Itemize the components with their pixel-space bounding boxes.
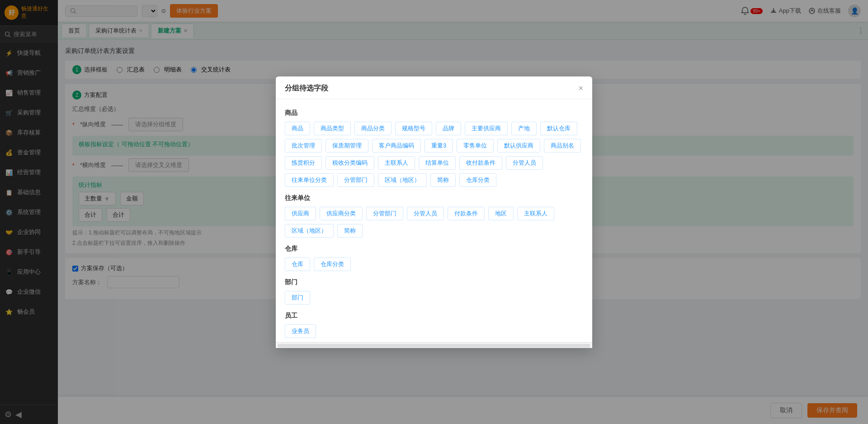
field-chip---3[interactable]: 重量3 [425, 139, 453, 152]
field-chip-------[interactable]: 往来单位分类 [285, 173, 334, 187]
field-grid-partner: 供应商供应商分类分管部门分管人员付款条件地区主联系人区域（地区）简称 [285, 207, 583, 238]
field-chip-----[interactable]: 结算单位 [419, 156, 456, 170]
field-chip-----[interactable]: 商品别名 [544, 139, 581, 152]
section-title-warehouse: 仓库 [285, 245, 583, 253]
field-chip-----[interactable]: 分管人员 [506, 156, 543, 170]
field-chip-----[interactable]: 默认仓库 [540, 122, 577, 135]
field-chip-----[interactable]: 主联系人 [378, 156, 415, 170]
field-chip-----[interactable]: 付款条件 [448, 207, 485, 220]
field-chip-----[interactable]: 商品类型 [314, 122, 351, 135]
field-chip---[interactable]: 品牌 [436, 122, 461, 135]
field-chip-----[interactable]: 批次管理 [285, 139, 322, 152]
section-title-employee: 员工 [285, 312, 583, 320]
field-chip-----[interactable]: 分管人员 [407, 207, 444, 220]
field-chip---[interactable]: 简称 [337, 224, 363, 238]
field-chip-------[interactable]: 客户商品编码 [372, 139, 421, 152]
section-title-partner: 往来单位 [285, 194, 583, 202]
field-chip----[interactable]: 业务员 [285, 324, 316, 338]
field-chip---[interactable]: 商品 [285, 122, 310, 135]
modal-close-button[interactable]: × [578, 84, 583, 93]
field-grid-goods: 商品商品类型商品分类规格型号品牌主要供应商产地默认仓库批次管理保质期管理客户商品… [285, 122, 583, 187]
section-title-goods: 商品 [285, 109, 583, 117]
modal-body: 商品 商品商品类型商品分类规格型号品牌主要供应商产地默认仓库批次管理保质期管理客… [276, 99, 592, 342]
field-grid-warehouse: 仓库仓库分类 [285, 257, 583, 271]
field-chip------[interactable]: 保质期管理 [326, 139, 368, 152]
field-chip-----[interactable]: 分管部门 [366, 207, 403, 220]
field-chip---[interactable]: 产地 [511, 122, 537, 135]
field-chip-----[interactable]: 仓库分类 [314, 257, 351, 271]
field-chip------[interactable]: 默认供应商 [497, 139, 540, 152]
field-chip-----[interactable]: 分管部门 [337, 173, 374, 187]
field-chip------[interactable]: 收付款条件 [459, 156, 502, 170]
section-title-department: 部门 [285, 278, 583, 286]
field-grid-department: 部门 [285, 291, 583, 305]
field-chip------[interactable]: 供应商分类 [320, 207, 363, 220]
field-chip-------[interactable]: 税收分类编码 [326, 156, 374, 170]
field-select-modal: 分组待选字段 × 商品 商品商品类型商品分类规格型号品牌主要供应商产地默认仓库批… [276, 76, 592, 348]
scrollbar-thumb-h [278, 344, 590, 348]
field-chip---[interactable]: 地区 [488, 207, 514, 220]
field-chip-----[interactable]: 拣货积分 [285, 156, 322, 170]
field-chip-----[interactable]: 零售单位 [457, 139, 494, 152]
field-chip----[interactable]: 供应商 [285, 207, 316, 220]
field-chip-----[interactable]: 商品分类 [354, 122, 392, 135]
field-chip-----[interactable]: 规格型号 [395, 122, 432, 135]
field-chip-------[interactable]: 区域（地区） [285, 224, 334, 238]
field-chip-------[interactable]: 区域（地区） [378, 173, 427, 187]
modal-title: 分组待选字段 [285, 84, 328, 93]
field-chip---[interactable]: 仓库 [285, 257, 310, 271]
field-grid-employee: 业务员 [285, 324, 583, 338]
field-chip---[interactable]: 简称 [430, 173, 456, 187]
modal-scrollbar-h[interactable] [276, 342, 592, 348]
field-chip---[interactable]: 部门 [285, 291, 310, 305]
field-chip-----[interactable]: 仓库分类 [459, 173, 496, 187]
modal-header: 分组待选字段 × [276, 76, 592, 99]
field-chip------[interactable]: 主要供应商 [465, 122, 508, 135]
field-chip-----[interactable]: 主联系人 [517, 207, 554, 220]
